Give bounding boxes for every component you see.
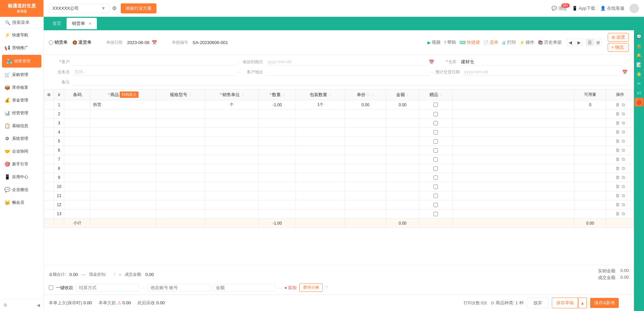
td-barcode[interactable] [64,119,90,128]
copy-icon[interactable]: ⧉ [622,193,625,198]
video-btn[interactable]: ▶视频 [427,39,441,45]
warehouse-input[interactable] [459,58,622,66]
sidebar-gear-icon[interactable]: ⚙ [3,303,7,308]
td-price[interactable] [345,137,386,146]
td-qty[interactable] [258,173,296,182]
td-gift[interactable] [419,119,452,128]
logistics-button[interactable]: + 物流 [608,43,629,52]
td-barcode[interactable] [64,182,90,191]
copy-icon[interactable]: ⧉ [622,184,625,189]
payment-method-dots[interactable]: ··· [141,285,145,290]
td-barcode[interactable] [64,128,90,137]
gift-checkbox[interactable] [433,103,438,107]
sidebar-item-quick-nav[interactable]: ⚡ 快捷导航 [0,29,43,41]
user-avatar[interactable] [630,4,639,13]
tab-sales-order[interactable]: 销货单 ✕ [67,18,97,29]
sidebar-item-sales[interactable]: 🏪 销售管理 [2,55,41,68]
td-gift[interactable] [419,137,452,146]
expense-help-icon[interactable]: ? [326,285,328,290]
copy-icon[interactable]: ⧉ [622,129,625,135]
td-price[interactable]: 0.00 [345,100,386,110]
delete-icon[interactable]: 🗑 [615,120,620,126]
gift-checkbox[interactable] [433,112,438,116]
online-service-button[interactable]: 👤 在线客服 [600,5,624,11]
td-qty[interactable] [258,191,296,200]
copy-icon[interactable]: ⧉ [622,139,625,144]
sidebar-item-apps[interactable]: 📱 应用中心 [0,170,43,183]
pager-next[interactable]: ▶ [575,39,583,46]
sidebar-item-member[interactable]: 👑 畅会员 [0,196,43,209]
td-spec[interactable] [156,200,205,209]
td-qty[interactable] [258,164,296,173]
td-barcode[interactable] [64,191,90,200]
print-btn[interactable]: 🖨打印 [502,39,516,45]
discount-help-icon[interactable]: ? [113,272,115,277]
delete-icon[interactable]: 🗑 [615,175,620,180]
gift-checkbox[interactable] [433,130,438,134]
help-btn[interactable]: ?帮助 [444,39,456,45]
td-price[interactable] [345,155,386,164]
td-qty[interactable] [258,146,296,155]
customer-input[interactable] [72,58,236,66]
td-qty[interactable] [258,137,296,146]
customer-dots[interactable]: ··· [236,60,242,65]
sidebar-item-system[interactable]: ⚙ 系统管理 [0,132,43,145]
save-new-button[interactable]: 保存&新增 [590,298,619,308]
tab-home[interactable]: 首页 [47,18,67,29]
td-barcode[interactable] [64,164,90,173]
salesman-input[interactable] [72,68,236,76]
gift-checkbox[interactable] [433,121,438,125]
save-draft-split-button[interactable]: ▲ [578,298,587,308]
gift-checkbox[interactable] [433,148,438,153]
copy-icon[interactable]: ⧉ [622,175,625,180]
sidebar-item-operations[interactable]: 📊 经营管理 [0,107,43,119]
copy-icon[interactable]: ⧉ [622,111,625,117]
radio-return-input[interactable] [73,40,77,45]
salesman-dots[interactable]: ··· [236,70,242,75]
customer-addr-dots[interactable]: ··· [429,70,435,75]
td-gift[interactable] [419,155,452,164]
copy-icon[interactable]: ⧉ [622,166,625,171]
sidebar-item-enterprise[interactable]: 🤝 企业协同 [0,145,43,158]
gift-checkbox[interactable] [433,176,438,180]
td-gift[interactable] [419,209,452,219]
save-draft-button[interactable]: 保存草稿 [552,298,578,308]
expected-date-calendar-icon[interactable]: 📅 [621,70,629,75]
right-btn-note[interactable]: 📝 [635,60,643,69]
right-btn-orange[interactable]: 🔴 [635,98,643,107]
td-spec[interactable] [156,191,205,200]
td-qty[interactable] [258,182,296,191]
expected-date-input[interactable] [462,68,621,76]
shortcut-btn[interactable]: ⌨快捷键 [459,39,480,45]
td-spec[interactable] [156,128,205,137]
delete-icon[interactable]: 🗑 [615,129,620,135]
td-price[interactable] [345,128,386,137]
td-gift[interactable] [419,164,452,173]
operation-btn[interactable]: ⚡操作 [519,39,534,45]
td-qty[interactable] [258,155,296,164]
td-qty[interactable] [258,110,296,119]
payment-checkbox[interactable] [49,285,53,290]
radio-sales[interactable]: 销货单 [49,39,68,45]
td-gift[interactable] [419,128,452,137]
delete-icon[interactable]: 🗑 [615,193,620,198]
delete-icon[interactable]: 🗑 [615,111,620,117]
td-price[interactable] [345,191,386,200]
view-list-btn[interactable]: ☰ [586,39,594,46]
td-spec[interactable] [156,173,205,182]
td-price[interactable] [345,173,386,182]
delete-icon[interactable]: 🗑 [615,211,620,217]
payment-method-input[interactable] [76,284,139,291]
td-barcode[interactable] [64,200,90,209]
sidebar-item-finance[interactable]: 💰 资金管理 [0,94,43,107]
copy-icon[interactable]: ⧉ [622,148,625,153]
copy-icon[interactable]: ⧉ [622,202,625,207]
customer-addr-input[interactable] [266,68,429,76]
pager-prev[interactable]: ◀ [567,39,574,46]
sidebar-collapse-icon[interactable]: ◀ [37,303,40,308]
td-spec[interactable] [156,146,205,155]
td-spec[interactable] [156,110,205,119]
td-qty[interactable] [258,209,296,219]
setup-button[interactable]: ⚙ 设置 [608,33,629,42]
search-menu[interactable]: 🔍 搜索菜单 [0,17,43,29]
